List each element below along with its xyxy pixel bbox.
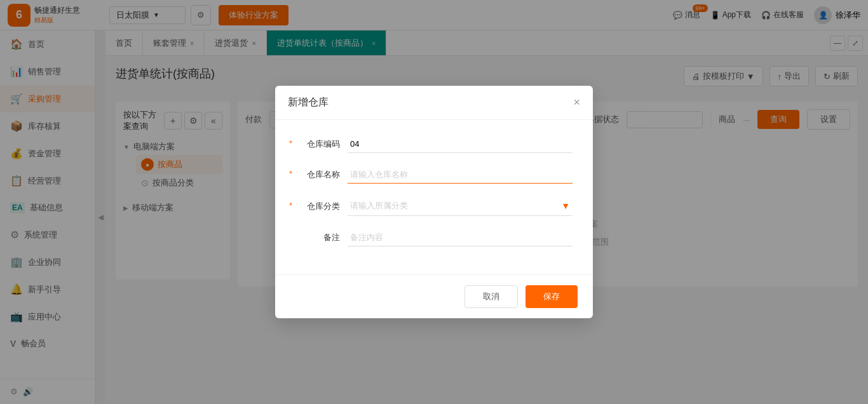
dialog-header: 新增仓库 × — [275, 86, 593, 120]
dialog-close-btn[interactable]: × — [573, 96, 580, 109]
remark-input[interactable] — [348, 229, 573, 246]
remark-label: 备注 — [295, 232, 340, 243]
form-row-name: 仓库名称 — [295, 166, 573, 184]
dialog-title: 新增仓库 — [288, 96, 329, 109]
category-select[interactable]: 请输入所属分类 ▼ — [348, 196, 573, 216]
code-label: 仓库编码 — [295, 138, 340, 150]
form-row-category: 仓库分类 请输入所属分类 ▼ — [295, 196, 573, 216]
modal-overlay: 新增仓库 × 仓库编码 仓库名称 仓库分类 请输入所属分类 ▼ — [0, 0, 868, 404]
dialog-footer: 取消 保存 — [275, 274, 593, 318]
category-dropdown-icon: ▼ — [561, 201, 570, 211]
name-label: 仓库名称 — [295, 169, 340, 180]
save-button[interactable]: 保存 — [526, 285, 578, 308]
dialog-body: 仓库编码 仓库名称 仓库分类 请输入所属分类 ▼ 备注 — [275, 120, 593, 274]
form-row-remark: 备注 — [295, 229, 573, 246]
code-input[interactable] — [348, 135, 573, 153]
add-warehouse-dialog: 新增仓库 × 仓库编码 仓库名称 仓库分类 请输入所属分类 ▼ — [275, 86, 593, 318]
form-row-code: 仓库编码 — [295, 135, 573, 153]
category-label: 仓库分类 — [295, 201, 340, 212]
name-input[interactable] — [348, 166, 573, 184]
category-placeholder: 请输入所属分类 — [350, 200, 408, 212]
cancel-button[interactable]: 取消 — [465, 285, 518, 308]
